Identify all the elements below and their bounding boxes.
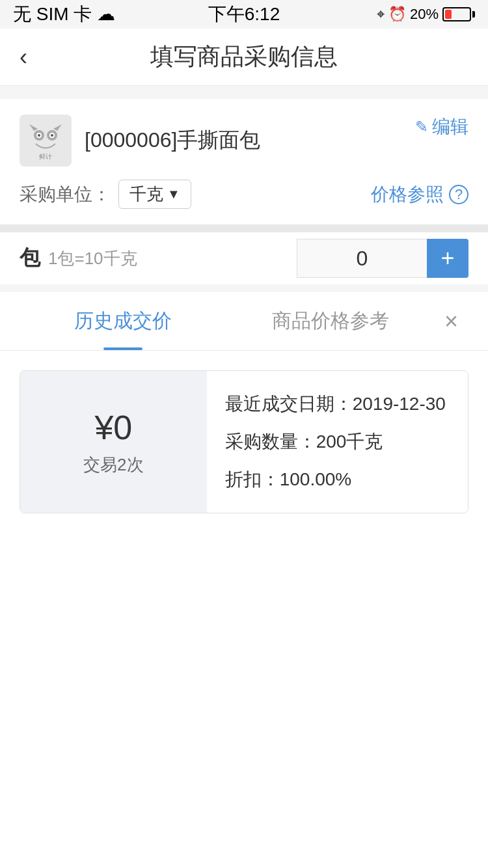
nav-bar: ‹ 填写商品采购信息 <box>0 29 488 86</box>
svg-point-4 <box>38 134 40 137</box>
price-card: ¥0 交易2次 最近成交日期：2019-12-30 采购数量：200千克 折扣：… <box>20 370 468 513</box>
unit-value: 千克 <box>129 183 163 206</box>
quantity-plus-button[interactable]: + <box>427 239 468 278</box>
edit-button[interactable]: ✎ 编辑 <box>415 115 468 139</box>
quantity-label: 包 1包=10千克 <box>20 244 137 273</box>
bag-conversion: 1包=10千克 <box>48 247 137 270</box>
tab-content-history: ¥0 交易2次 最近成交日期：2019-12-30 采购数量：200千克 折扣：… <box>0 351 488 533</box>
product-section: 鲜计 [0000006]手撕面包 ✎ 编辑 采购单位： 千克 ▼ 价格参照 ? <box>0 99 488 224</box>
location-icon: ⌖ <box>377 6 385 23</box>
status-bar: 无 SIM 卡 ☁ 下午6:12 ⌖ ⏰ 20% <box>0 0 488 29</box>
alarm-icon: ⏰ <box>388 6 406 23</box>
battery-icon <box>442 7 475 21</box>
quantity-input[interactable] <box>297 239 427 278</box>
dropdown-icon: ▼ <box>167 187 180 202</box>
recent-date-row: 最近成交日期：2019-12-30 <box>225 390 450 418</box>
recent-date-label: 最近成交日期： <box>225 394 353 414</box>
price-card-left: ¥0 交易2次 <box>20 371 207 513</box>
product-thumbnail: 鲜计 <box>20 115 72 167</box>
price-reference-button[interactable]: 价格参照 ? <box>371 182 468 207</box>
product-logo-icon: 鲜计 <box>26 121 65 160</box>
bag-unit-label: 包 <box>20 244 40 273</box>
quantity-row: 包 1包=10千克 + <box>0 232 488 284</box>
purchase-qty-label: 采购数量： <box>225 431 316 452</box>
purchase-qty-value: 200千克 <box>316 431 383 452</box>
price-ref-label: 价格参照 <box>371 182 444 207</box>
tabs-header: 历史成交价 商品价格参考 × <box>0 292 488 351</box>
product-unit-row: 采购单位： 千克 ▼ 价格参照 ? <box>20 180 468 209</box>
status-right-group: ⌖ ⏰ 20% <box>377 6 475 23</box>
unit-select-dropdown[interactable]: 千克 ▼ <box>118 180 191 209</box>
discount-label: 折扣： <box>225 469 280 489</box>
tab-active-indicator <box>103 347 142 350</box>
svg-point-5 <box>51 134 53 137</box>
plus-icon: + <box>441 245 454 272</box>
status-network: 无 SIM 卡 ☁ <box>13 2 115 27</box>
bottom-area <box>0 533 488 868</box>
page-title: 填写商品采购信息 <box>150 41 338 73</box>
price-amount: ¥0 <box>94 408 132 447</box>
recent-date-value: 2019-12-30 <box>353 394 446 414</box>
section-divider <box>0 224 488 232</box>
product-info: 鲜计 [0000006]手撕面包 <box>20 115 260 167</box>
unit-left: 采购单位： 千克 ▼ <box>20 180 191 209</box>
product-header: 鲜计 [0000006]手撕面包 ✎ 编辑 <box>20 115 468 167</box>
trade-count: 交易2次 <box>83 454 143 476</box>
status-time: 下午6:12 <box>208 2 280 27</box>
back-button[interactable]: ‹ <box>20 44 27 71</box>
discount-value: 100.00% <box>280 469 352 489</box>
purchase-qty-row: 采购数量：200千克 <box>225 428 450 455</box>
tabs-close-button[interactable]: × <box>434 297 468 346</box>
discount-row: 折扣：100.00% <box>225 466 450 493</box>
price-ref-help-icon: ? <box>449 185 468 204</box>
unit-label: 采购单位： <box>20 182 111 207</box>
quantity-control: + <box>297 239 468 278</box>
battery-percent: 20% <box>410 6 439 23</box>
svg-text:鲜计: 鲜计 <box>39 153 52 160</box>
product-name: [0000006]手撕面包 <box>85 126 260 155</box>
tabs-section: 历史成交价 商品价格参考 × ¥0 交易2次 最近成交日期：2019-12-30… <box>0 292 488 533</box>
price-card-right: 最近成交日期：2019-12-30 采购数量：200千克 折扣：100.00% <box>207 371 468 513</box>
tab-history-price[interactable]: 历史成交价 <box>20 292 226 350</box>
edit-icon: ✎ <box>415 118 428 136</box>
tab-price-reference[interactable]: 商品价格参考 <box>226 292 433 350</box>
